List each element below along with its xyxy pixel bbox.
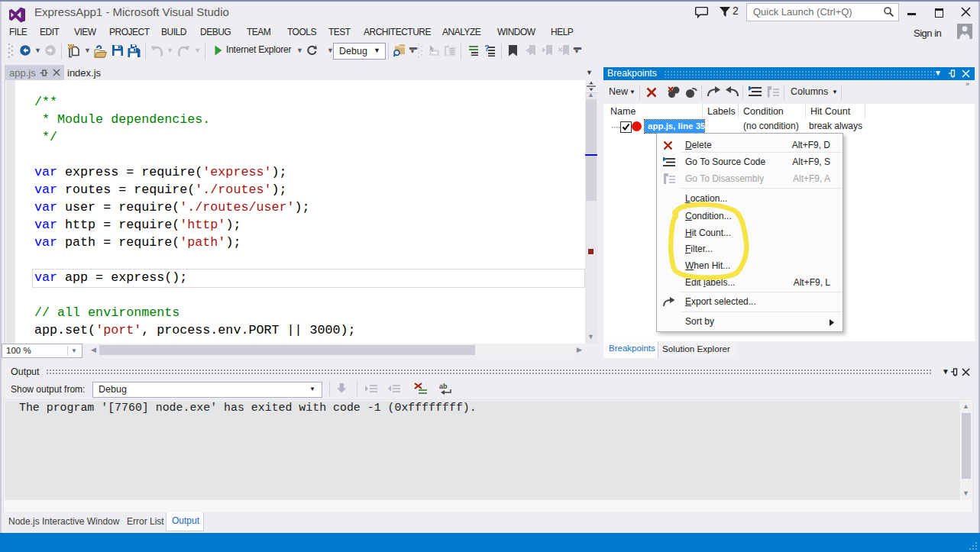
svg-text:?: ? (485, 44, 490, 53)
svg-text:ab: ab (439, 383, 448, 390)
